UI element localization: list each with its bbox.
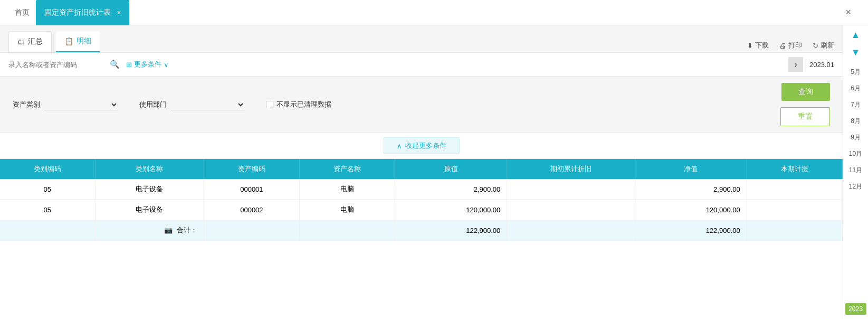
table-header-row: 类别编码 类别名称 资产编码 资产名称 原值 期初累计折旧 净值 本期计提 <box>0 159 843 179</box>
cell-asset-name: 电脑 <box>300 200 395 220</box>
total-label-cell <box>0 220 95 241</box>
summary-icon: 🗂 <box>17 37 25 46</box>
sidebar-month-btn[interactable]: 11月 <box>845 163 866 178</box>
sidebar-month-btn[interactable]: 9月 <box>845 130 866 145</box>
hide-cleared-label: 不显示已清理数据 <box>276 100 331 109</box>
more-conditions-button[interactable]: ⊞ 更多条件 ∨ <box>126 60 169 69</box>
collapse-icon: ∧ <box>397 142 402 150</box>
sub-tabs-container: 🗂 汇总 📋 明细 ⬇ 下载 🖨 打印 ↻ 刷新 <box>0 25 843 53</box>
cell-asset-code: 000002 <box>204 200 299 220</box>
cell-current-depreciation <box>747 200 842 220</box>
summary-label: 汇总 <box>28 37 43 46</box>
cell-category-code: 05 <box>0 200 95 220</box>
col-current-depreciation: 本期计提 <box>747 159 842 179</box>
table-row: 05 电子设备 000001 电脑 2,900.00 2,900.00 <box>0 179 843 200</box>
print-icon: 🖨 <box>779 42 786 50</box>
total-asset-name <box>300 220 395 241</box>
total-accumulated <box>507 220 635 241</box>
table-row: 05 电子设备 000002 电脑 120,000.00 120,000.00 <box>0 200 843 220</box>
refresh-label: 刷新 <box>821 41 834 50</box>
tab-close-icon[interactable]: × <box>117 9 121 16</box>
window-close-button[interactable]: × <box>837 7 860 18</box>
home-nav[interactable]: 首页 <box>8 8 36 17</box>
query-button[interactable]: 查询 <box>781 83 830 101</box>
cell-net-value: 2,900.00 <box>635 179 747 200</box>
advanced-filter-panel: 资产类别 使用部门 不显示已清理数据 查询 重置 <box>0 77 843 133</box>
col-category-name: 类别名称 <box>95 159 204 179</box>
sidebar-up-icon[interactable]: ▲ <box>851 30 861 41</box>
total-asset-code <box>204 220 299 241</box>
cell-asset-name: 电脑 <box>300 179 395 200</box>
detail-label: 明细 <box>77 36 91 46</box>
col-asset-name: 资产名称 <box>300 159 395 179</box>
year-badge[interactable]: 2023 <box>845 303 866 315</box>
tab-label: 固定资产折旧统计表 <box>44 8 111 17</box>
right-sidebar: ▲ ▼ 5月6月7月8月9月10月11月12月 2023 <box>843 25 868 319</box>
refresh-button[interactable]: ↻ 刷新 <box>813 41 834 50</box>
col-original-value: 原值 <box>395 159 507 179</box>
sidebar-month-btn[interactable]: 5月 <box>845 64 866 80</box>
download-button[interactable]: ⬇ 下载 <box>747 41 769 50</box>
col-category-code: 类别编码 <box>0 159 95 179</box>
cell-original-value: 2,900.00 <box>395 179 507 200</box>
col-asset-code: 资产编码 <box>204 159 299 179</box>
reset-button[interactable]: 重置 <box>780 107 830 126</box>
sidebar-month-btn[interactable]: 10月 <box>845 146 866 162</box>
data-table: 类别编码 类别名称 资产编码 资产名称 原值 期初累计折旧 净值 本期计提 05… <box>0 159 843 241</box>
collapse-button[interactable]: ∧ 收起更多条件 <box>384 137 460 154</box>
collapse-bar: ∧ 收起更多条件 <box>0 133 843 159</box>
asset-type-select[interactable] <box>44 99 118 110</box>
search-icon[interactable]: 🔍 <box>110 60 120 69</box>
col-accumulated-depreciation: 期初累计折旧 <box>507 159 635 179</box>
cell-category-name: 电子设备 <box>95 179 204 200</box>
col-net-value: 净值 <box>635 159 747 179</box>
more-conditions-label: 更多条件 <box>134 60 161 69</box>
sidebar-down-icon[interactable]: ▼ <box>851 47 861 58</box>
total-icon: 📷 <box>164 226 173 234</box>
print-label: 打印 <box>788 41 802 50</box>
tab-detail[interactable]: 📋 明细 <box>56 31 100 52</box>
sidebar-month-btn[interactable]: 12月 <box>845 179 866 194</box>
detail-icon: 📋 <box>64 37 73 45</box>
download-label: 下载 <box>755 41 769 50</box>
date-nav-arrow[interactable]: › <box>788 57 803 72</box>
sidebar-month-btn[interactable]: 6月 <box>845 81 866 96</box>
department-filter: 使用部门 <box>139 99 245 110</box>
table-total-row: 📷 合计： 122,900.00 122,900.00 <box>0 220 843 241</box>
total-net-value: 122,900.00 <box>635 220 747 241</box>
tab-summary[interactable]: 🗂 汇总 <box>8 31 52 52</box>
department-label: 使用部门 <box>139 100 167 109</box>
hide-cleared-group: 不显示已清理数据 <box>266 100 331 109</box>
cell-accumulated-depreciation <box>507 179 635 200</box>
total-label-cell2: 📷 合计： <box>95 220 204 241</box>
fixed-assets-tab[interactable]: 固定资产折旧统计表 × <box>36 0 129 25</box>
date-display: 2023.01 <box>809 61 834 69</box>
table-container: 类别编码 类别名称 资产编码 资产名称 原值 期初累计折旧 净值 本期计提 05… <box>0 159 843 319</box>
cell-category-name: 电子设备 <box>95 200 204 220</box>
search-input[interactable] <box>8 61 103 69</box>
chevron-down-icon: ∨ <box>164 61 169 69</box>
cell-original-value: 120,000.00 <box>395 200 507 220</box>
cell-accumulated-depreciation <box>507 200 635 220</box>
total-current <box>747 220 842 241</box>
cell-asset-code: 000001 <box>204 179 299 200</box>
asset-type-filter: 资产类别 <box>13 99 118 110</box>
download-icon: ⬇ <box>747 42 753 50</box>
cell-category-code: 05 <box>0 179 95 200</box>
collapse-label: 收起更多条件 <box>405 141 446 151</box>
cell-current-depreciation <box>747 179 842 200</box>
refresh-icon: ↻ <box>813 42 818 50</box>
department-select[interactable] <box>171 99 245 110</box>
filter-bar: 🔍 ⊞ 更多条件 ∨ › 2023.01 <box>0 53 843 77</box>
sidebar-month-btn[interactable]: 8月 <box>845 114 866 129</box>
total-original-value: 122,900.00 <box>395 220 507 241</box>
filter-icon: ⊞ <box>126 61 132 69</box>
sidebar-month-btn[interactable]: 7月 <box>845 97 866 112</box>
print-button[interactable]: 🖨 打印 <box>779 41 802 50</box>
asset-type-label: 资产类别 <box>13 100 40 109</box>
hide-cleared-checkbox[interactable] <box>266 101 273 108</box>
cell-net-value: 120,000.00 <box>635 200 747 220</box>
